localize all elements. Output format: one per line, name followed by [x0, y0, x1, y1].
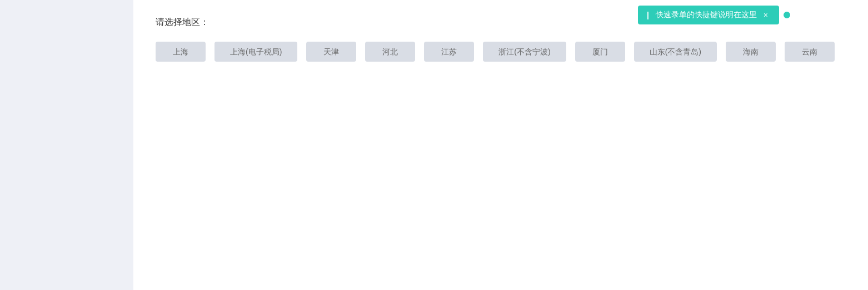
left-sidebar — [0, 0, 133, 290]
region-button-shanghai-etax[interactable]: 上海(电子税局) — [214, 42, 297, 62]
region-button-shanghai[interactable]: 上海 — [156, 42, 206, 62]
tooltip-close-button[interactable]: × — [761, 11, 770, 19]
tooltip-text: 快速录单的快捷键说明在这里 — [656, 10, 757, 20]
tooltip-dot — [784, 12, 790, 18]
region-button-xiamen[interactable]: 厦门 — [575, 42, 625, 62]
region-button-shandong[interactable]: 山东(不含青岛) — [634, 42, 717, 62]
region-grid: 上海上海(电子税局)天津河北江苏浙江(不含宁波)厦门山东(不含青岛)海南云南 — [156, 42, 846, 62]
region-button-zhejiang[interactable]: 浙江(不含宁波) — [483, 42, 566, 62]
main-content: 请选择地区： 上海上海(电子税局)天津河北江苏浙江(不含宁波)厦门山东(不含青岛… — [133, 0, 868, 290]
region-button-yunnan[interactable]: 云南 — [785, 42, 835, 62]
region-button-hebei[interactable]: 河北 — [365, 42, 415, 62]
region-button-tianjin[interactable]: 天津 — [306, 42, 356, 62]
region-button-jiangsu[interactable]: 江苏 — [424, 42, 474, 62]
region-button-hainan[interactable]: 海南 — [726, 42, 776, 62]
tooltip-banner: 快速录单的快捷键说明在这里 × — [638, 6, 779, 24]
